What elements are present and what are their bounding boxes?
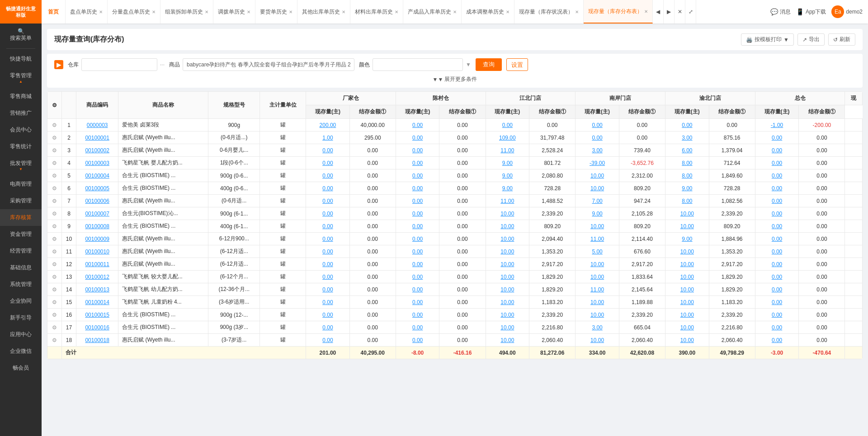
row-total-qty[interactable]: 0.00 [755, 334, 799, 347]
search-button[interactable]: 查询 [476, 58, 502, 71]
tab-other-out[interactable]: 其他出库单历史 ✕ [297, 0, 350, 23]
tab-requisition[interactable]: 要货单历史 ✕ [255, 0, 297, 23]
user-avatar-area[interactable]: Ea demo2 [831, 5, 863, 18]
toggle-filter-btn[interactable]: ▶ [54, 60, 63, 69]
product-input[interactable] [183, 58, 354, 71]
row-total-qty[interactable]: 0.00 [755, 220, 799, 233]
tab-prev-arrow[interactable]: ◀ [653, 0, 664, 23]
row-total-qty[interactable]: 0.00 [755, 182, 799, 195]
row-chen-qty[interactable]: 0.00 [396, 207, 439, 220]
row-total-qty[interactable]: 0.00 [755, 157, 799, 169]
row-yb-qty[interactable]: 0.00 [665, 119, 709, 131]
sidebar-item-wholesale[interactable]: 批发管理 ▼ [0, 155, 42, 176]
tab-close-all[interactable]: ✕ [675, 0, 685, 23]
row-factory-qty[interactable]: 0.00 [306, 195, 350, 207]
close-tab-icon[interactable]: ✕ [644, 9, 648, 14]
row-total-qty[interactable]: -1.00 [755, 119, 799, 131]
sidebar-item-marketing[interactable]: 营销推广 [0, 105, 42, 122]
tab-cost-adjust[interactable]: 成本调整单历史 ✕ [462, 0, 514, 23]
row-gear[interactable]: ⚙ [47, 309, 62, 321]
close-tab-icon[interactable]: ✕ [395, 9, 398, 14]
row-jb-qty[interactable]: 0.00 [486, 119, 529, 131]
row-na-qty[interactable]: 3.00 [576, 144, 619, 157]
close-tab-icon[interactable]: ✕ [453, 9, 457, 14]
row-na-qty[interactable]: -39.00 [576, 157, 619, 169]
color-input[interactable] [373, 58, 463, 71]
tab-next-arrow[interactable]: ▶ [664, 0, 675, 23]
row-yb-qty[interactable]: 10.00 [665, 321, 709, 334]
close-tab-icon[interactable]: ✕ [152, 9, 156, 14]
tab-inventory-multi[interactable]: 分量盘点单历史 ✕ [108, 0, 160, 23]
row-na-qty[interactable]: 11.00 [576, 283, 619, 296]
sidebar-item-appstore[interactable]: 应用中心 [0, 326, 42, 343]
row-na-qty[interactable]: 0.00 [576, 131, 619, 144]
row-na-qty[interactable]: 0.00 [576, 119, 619, 131]
row-code[interactable]: 00100003 [76, 157, 118, 169]
row-total-qty[interactable]: 0.00 [755, 309, 799, 321]
row-factory-qty[interactable]: 0.00 [306, 321, 350, 334]
row-gear[interactable]: ⚙ [47, 321, 62, 334]
row-code[interactable]: 00100006 [76, 195, 118, 207]
row-jb-qty[interactable]: 10.00 [486, 258, 529, 271]
row-jb-qty[interactable]: 9.00 [486, 157, 529, 169]
row-factory-qty[interactable]: 0.00 [306, 283, 350, 296]
row-total-qty[interactable]: 0.00 [755, 169, 799, 182]
row-yb-qty[interactable]: 9.00 [665, 182, 709, 195]
row-gear[interactable]: ⚙ [47, 169, 62, 182]
row-chen-qty[interactable]: 0.00 [396, 157, 439, 169]
row-code[interactable]: 00100001 [76, 131, 118, 144]
row-yb-qty[interactable]: 10.00 [665, 271, 709, 283]
row-chen-qty[interactable]: 0.00 [396, 233, 439, 245]
row-jb-qty[interactable]: 9.00 [486, 182, 529, 195]
row-chen-qty[interactable]: 0.00 [396, 271, 439, 283]
row-total-qty[interactable]: 0.00 [755, 207, 799, 220]
row-na-qty[interactable]: 5.00 [576, 245, 619, 258]
sidebar-item-system[interactable]: 系统管理 [0, 276, 42, 293]
row-jb-qty[interactable]: 10.00 [486, 233, 529, 245]
setting-button[interactable]: 设置 [506, 58, 528, 71]
row-factory-qty[interactable]: 0.00 [306, 169, 350, 182]
row-factory-qty[interactable]: 0.00 [306, 220, 350, 233]
row-jb-qty[interactable]: 10.00 [486, 296, 529, 309]
sidebar-item-inventory[interactable]: 库存核算 [0, 209, 42, 226]
row-chen-qty[interactable]: 0.00 [396, 296, 439, 309]
tab-inventory-single[interactable]: 盘点单历史 ✕ [66, 0, 108, 23]
sidebar-item-ecommerce[interactable]: 电商管理 [0, 176, 42, 192]
sidebar-item-retail-store[interactable]: 零售商城 [0, 88, 42, 105]
row-yb-qty[interactable]: 10.00 [665, 334, 709, 347]
close-tab-icon[interactable]: ✕ [247, 9, 250, 14]
sidebar-item-retail-stat[interactable]: 零售统计 [0, 138, 42, 155]
row-chen-qty[interactable]: 0.00 [396, 220, 439, 233]
row-na-qty[interactable]: 10.00 [576, 334, 619, 347]
row-chen-qty[interactable]: 0.00 [396, 309, 439, 321]
sidebar-item-basic[interactable]: 基础信息 [0, 259, 42, 276]
sidebar-item-wechat[interactable]: 企业微信 [0, 343, 42, 360]
row-factory-qty[interactable]: 0.00 [306, 182, 350, 195]
row-code[interactable]: 00100014 [76, 296, 118, 309]
row-total-qty[interactable]: 0.00 [755, 321, 799, 334]
row-gear[interactable]: ⚙ [47, 182, 62, 195]
row-jb-qty[interactable]: 10.00 [486, 220, 529, 233]
row-factory-qty[interactable]: 200.00 [306, 119, 350, 131]
message-btn[interactable]: 💬 消息 [770, 8, 791, 16]
row-jb-qty[interactable]: 10.00 [486, 271, 529, 283]
row-chen-qty[interactable]: 0.00 [396, 258, 439, 271]
tab-expand[interactable]: ⤢ [685, 0, 696, 23]
row-na-qty[interactable]: 11.00 [576, 233, 619, 245]
row-gear[interactable]: ⚙ [47, 245, 62, 258]
close-tab-icon[interactable]: ✕ [289, 9, 292, 14]
row-yb-qty[interactable]: 10.00 [665, 309, 709, 321]
row-yb-qty[interactable]: 10.00 [665, 207, 709, 220]
row-factory-qty[interactable]: 0.00 [306, 309, 350, 321]
row-jb-qty[interactable]: 10.00 [486, 309, 529, 321]
row-na-qty[interactable]: 10.00 [576, 271, 619, 283]
sidebar-item-operation[interactable]: 经营管理 [0, 243, 42, 259]
row-yb-qty[interactable]: 8.00 [665, 157, 709, 169]
row-code[interactable]: 00100008 [76, 220, 118, 233]
row-code[interactable]: 00100009 [76, 233, 118, 245]
row-na-qty[interactable]: 10.00 [576, 182, 619, 195]
sidebar-item-quick-nav[interactable]: 快捷导航 [0, 51, 42, 67]
row-chen-qty[interactable]: 0.00 [396, 144, 439, 157]
row-na-qty[interactable]: 3.00 [576, 321, 619, 334]
row-yb-qty[interactable]: 8.00 [665, 195, 709, 207]
